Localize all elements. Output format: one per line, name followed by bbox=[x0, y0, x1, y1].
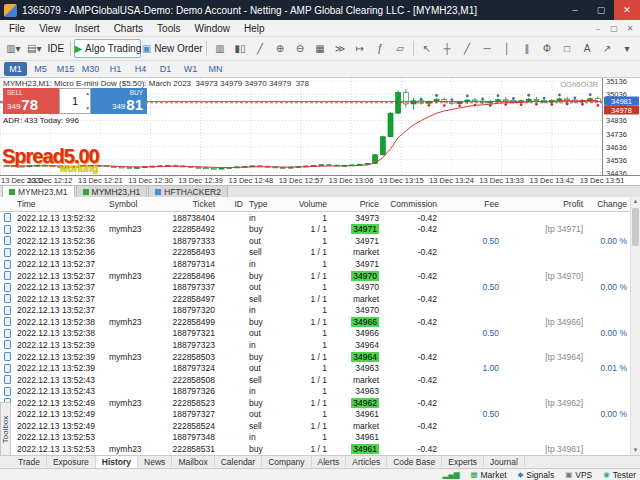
menu-tools[interactable]: Tools bbox=[150, 23, 187, 34]
table-row[interactable]: 2022.12.13 13:52:39mymh23222858503buy1 /… bbox=[0, 351, 630, 363]
tile-windows-button[interactable]: ▦ bbox=[310, 39, 330, 58]
table-row[interactable]: 2022.12.13 13:52:37222858497sell1 / 1mar… bbox=[0, 293, 630, 305]
volume-up-icon[interactable]: ▴ bbox=[86, 91, 89, 97]
tab-exposure[interactable]: Exposure bbox=[47, 456, 96, 468]
horizontal-line-button[interactable]: ─ bbox=[477, 39, 497, 58]
tab-news[interactable]: News bbox=[138, 456, 172, 468]
zoom-out-button[interactable]: ⊖ bbox=[290, 39, 310, 58]
table-row[interactable]: 2022.12.13 13:52:39188797324out1349631.0… bbox=[0, 362, 630, 374]
table-scrollbar[interactable]: ▲ ▼ bbox=[630, 197, 640, 455]
table-row[interactable]: 2022.12.13 13:52:53188797348in134961 bbox=[0, 432, 630, 444]
table-row[interactable]: 2022.12.13 13:52:43222858508sell1 / 1mar… bbox=[0, 374, 630, 386]
algo-trading-button[interactable]: ▶Algo Trading bbox=[74, 39, 141, 58]
vertical-line-button[interactable]: │ bbox=[497, 39, 517, 58]
tab-code-base[interactable]: Code Base bbox=[387, 456, 442, 468]
fibonacci-button[interactable]: Φ bbox=[537, 39, 557, 58]
table-row[interactable]: 2022.12.13 13:52:37188797320in134970 bbox=[0, 305, 630, 317]
timeframe-h1[interactable]: H1 bbox=[104, 62, 127, 76]
channel-button[interactable]: ∥ bbox=[517, 39, 537, 58]
table-row[interactable]: 2022.12.13 13:52:43188797326in134963 bbox=[0, 385, 630, 397]
timeframe-h4[interactable]: H4 bbox=[129, 62, 152, 76]
buy-button[interactable]: BUY 34981 bbox=[91, 88, 147, 114]
chart-tab-mymh23-h1[interactable]: MYMH23,H1 bbox=[76, 185, 148, 197]
tab-alerts[interactable]: Alerts bbox=[312, 456, 347, 468]
scroll-down-icon[interactable]: ▼ bbox=[631, 446, 640, 455]
table-row[interactable]: 2022.12.13 13:52:49222858524sell1 / 1mar… bbox=[0, 420, 630, 432]
column-header-time[interactable]: Time bbox=[14, 199, 106, 209]
scrollbar-thumb[interactable] bbox=[632, 208, 639, 246]
crosshair-button[interactable]: ┼ bbox=[437, 39, 457, 58]
tab-mailbox[interactable]: Mailbox bbox=[172, 456, 214, 468]
column-header-id[interactable]: ID bbox=[218, 199, 246, 209]
tab-history[interactable]: History bbox=[96, 456, 138, 468]
table-row[interactable]: 2022.12.13 13:52:37188797314in134971 bbox=[0, 258, 630, 270]
column-header-price[interactable]: Price bbox=[330, 199, 382, 209]
shapes-button[interactable]: □ bbox=[557, 39, 577, 58]
menu-charts[interactable]: Charts bbox=[107, 23, 150, 34]
table-row[interactable]: 2022.12.13 13:52:36mymh23222858492buy1 /… bbox=[0, 224, 630, 236]
table-row[interactable]: 2022.12.13 13:52:49188797327out1349610.5… bbox=[0, 409, 630, 421]
chart-minimize-button[interactable]: – bbox=[590, 24, 606, 33]
timeframe-m1[interactable]: M1 bbox=[4, 62, 27, 76]
column-header-change[interactable]: Change bbox=[586, 199, 630, 209]
new-chart-button[interactable]: ▥▾ bbox=[3, 39, 24, 58]
tab-calendar[interactable]: Calendar bbox=[215, 456, 263, 468]
tab-journal[interactable]: Journal bbox=[484, 456, 525, 468]
table-row[interactable]: 2022.12.13 13:52:53mymh23222858531buy1 /… bbox=[0, 443, 630, 455]
chart-close-button[interactable]: ✕ bbox=[622, 24, 638, 33]
candlestick-chart-button[interactable]: ▮▯ bbox=[230, 39, 250, 58]
zoom-in-button[interactable]: ⊕ bbox=[270, 39, 290, 58]
table-row[interactable]: 2022.12.13 13:52:36222858493sell1 / 1mar… bbox=[0, 247, 630, 259]
close-button[interactable]: ✕ bbox=[614, 0, 640, 20]
timeframe-mn[interactable]: MN bbox=[204, 62, 227, 76]
bar-chart-button[interactable]: ▥ bbox=[210, 39, 230, 58]
chart-plot[interactable]: MYMH23,M1: Micro E-mini Dow ($5.50): Mar… bbox=[0, 78, 602, 175]
chart-restore-button[interactable]: ▢ bbox=[606, 24, 622, 33]
cursor-button[interactable]: ↖ bbox=[417, 39, 437, 58]
menu-help[interactable]: Help bbox=[237, 23, 272, 34]
new-order-button[interactable]: ▣New Order bbox=[141, 39, 203, 58]
time-axis[interactable]: 13 Dec 202213 Dec 12:1213 Dec 12:2113 De… bbox=[0, 175, 640, 185]
indicators-button[interactable]: ƒ bbox=[370, 39, 390, 58]
market-status[interactable]: ▦Market bbox=[470, 470, 506, 480]
auto-scroll-button[interactable]: ≫ bbox=[330, 39, 350, 58]
tab-articles[interactable]: Articles bbox=[346, 456, 387, 468]
signals-status[interactable]: ◆Signals bbox=[518, 470, 555, 480]
chart-shift-button[interactable]: ↦ bbox=[350, 39, 370, 58]
more-tools-button[interactable]: ▾ bbox=[617, 39, 637, 58]
line-chart-button[interactable]: ╱ bbox=[250, 39, 270, 58]
column-header-ticket[interactable]: Ticket bbox=[156, 199, 218, 209]
volume-down-icon[interactable]: ▾ bbox=[86, 106, 89, 112]
vps-status[interactable]: ▣VPS bbox=[565, 470, 592, 480]
menu-insert[interactable]: Insert bbox=[68, 23, 107, 34]
chart-tab-hfthacker2[interactable]: HFTHACKER2 bbox=[148, 185, 228, 197]
timeframe-m15[interactable]: M15 bbox=[54, 62, 77, 76]
menu-file[interactable]: File bbox=[2, 23, 32, 34]
objects-list-button[interactable]: ▱ bbox=[390, 39, 410, 58]
menu-view[interactable]: View bbox=[32, 23, 68, 34]
maximize-button[interactable]: ▢ bbox=[588, 0, 614, 20]
tester-status[interactable]: ◉Tester bbox=[603, 470, 636, 480]
trendline-button[interactable]: ╱ bbox=[457, 39, 477, 58]
menu-window[interactable]: Window bbox=[187, 23, 237, 34]
tab-trade[interactable]: Trade bbox=[12, 456, 47, 468]
column-header-fee[interactable]: Fee bbox=[440, 199, 502, 209]
chart-tab-mymh23-m1[interactable]: MYMH23,M1 bbox=[2, 185, 75, 197]
timeframe-m5[interactable]: M5 bbox=[29, 62, 52, 76]
tab-company[interactable]: Company bbox=[262, 456, 311, 468]
table-row[interactable]: 2022.12.13 13:52:38mymh23222858499buy1 /… bbox=[0, 316, 630, 328]
table-row[interactable]: 2022.12.13 13:52:37188797337out1349700.5… bbox=[0, 281, 630, 293]
table-row[interactable]: 2022.12.13 13:52:36188797333out1349710.5… bbox=[0, 235, 630, 247]
minimize-button[interactable]: – bbox=[562, 0, 588, 20]
scroll-up-icon[interactable]: ▲ bbox=[631, 197, 640, 206]
arrow-tool-button[interactable]: ↗ bbox=[597, 39, 617, 58]
column-header-type[interactable]: Type bbox=[246, 199, 286, 209]
sell-button[interactable]: SELL 34978 bbox=[3, 88, 59, 114]
table-row[interactable]: 2022.12.13 13:52:32188738404in134973-0.4… bbox=[0, 212, 630, 224]
price-axis[interactable]: 3513635036349363483634736346363453634436… bbox=[602, 78, 640, 175]
table-row[interactable]: 2022.12.13 13:52:37mymh23222858496buy1 /… bbox=[0, 270, 630, 282]
ide-button[interactable]: IDE bbox=[45, 39, 68, 58]
column-header-symbol[interactable]: Symbol bbox=[106, 199, 156, 209]
column-header-commission[interactable]: Commission bbox=[382, 199, 440, 209]
profiles-button[interactable]: ▤▾ bbox=[24, 39, 45, 58]
